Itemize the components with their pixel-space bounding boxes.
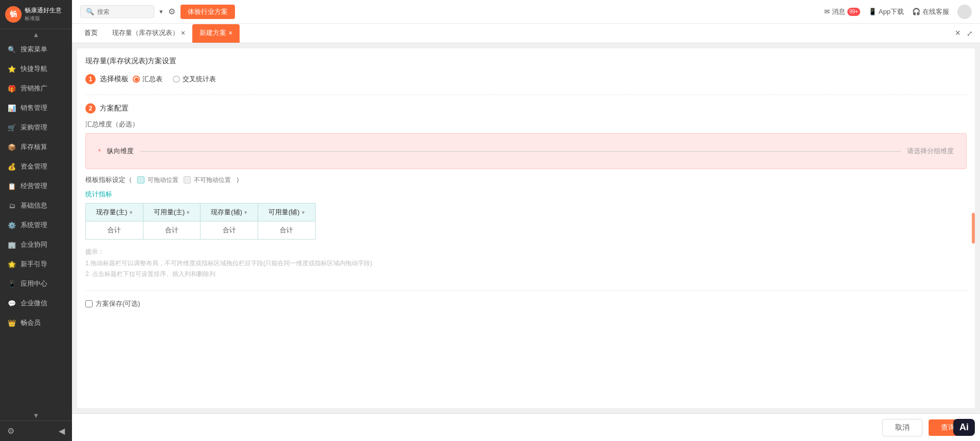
phone-icon: 📱 bbox=[868, 8, 877, 15]
step1-section: 1 选择模板 汇总表 交叉统计表 bbox=[85, 74, 967, 84]
save-label[interactable]: 方案保存(可选) bbox=[96, 299, 140, 308]
close-window-btn[interactable]: × bbox=[953, 26, 963, 41]
sidebar-item-app-center[interactable]: 📱 应用中心 bbox=[0, 274, 72, 293]
col-header[interactable]: 可用量(辅)▾ bbox=[258, 204, 316, 222]
save-checkbox[interactable] bbox=[85, 300, 93, 307]
gear-icon[interactable]: ⚙ bbox=[168, 7, 175, 16]
dimension-area[interactable]: * 纵向维度 请选择分组维度 bbox=[85, 133, 967, 169]
required-mark: * bbox=[98, 148, 101, 155]
save-row: 方案保存(可选) bbox=[85, 299, 967, 308]
inventory-icon: 📦 bbox=[7, 142, 16, 152]
content-area: 现存量(库存状况表)方案设置 1 选择模板 汇总表 交叉统计表 bbox=[72, 43, 980, 413]
sidebar-item-marketing[interactable]: 🎁 营销推广 bbox=[0, 79, 72, 98]
sidebar-item-sales[interactable]: 📊 销售管理 bbox=[0, 98, 72, 118]
online-service-btn[interactable]: 🎧 在线客服 bbox=[912, 7, 949, 16]
draggable-legend: 可拖动位置 bbox=[137, 176, 178, 185]
sidebar-bottom: ⚙ ◀ bbox=[0, 420, 72, 441]
sidebar-item-quick-nav[interactable]: ⭐ 快捷导航 bbox=[0, 59, 72, 79]
avatar[interactable] bbox=[957, 5, 972, 19]
new-guide-icon: 🌟 bbox=[7, 260, 16, 269]
radio-cross[interactable]: 交叉统计表 bbox=[173, 75, 216, 84]
sidebar-item-membership[interactable]: 👑 畅会员 bbox=[0, 313, 72, 333]
ai-badge: Ai bbox=[953, 419, 975, 436]
sidebar-item-basic-info[interactable]: 🗂 基础信息 bbox=[0, 196, 72, 215]
expand-window-btn[interactable]: ⤢ bbox=[965, 27, 975, 40]
search-box[interactable]: 🔍 bbox=[80, 5, 154, 18]
col-chevron-icon: ▾ bbox=[130, 209, 133, 215]
app-tag: 标准版 bbox=[25, 15, 62, 22]
indicator-label: 模板指标设定（ 可拖动位置 不可拖动位置 ） bbox=[85, 175, 967, 185]
search-menu-icon: 🔍 bbox=[7, 45, 16, 54]
main-area: 🔍 ▾ ⚙ 体验行业方案 ✉ 消息 99+ 📱 App下载 🎧 在线客服 bbox=[72, 0, 980, 441]
search-input[interactable] bbox=[97, 8, 149, 15]
headset-icon: 🎧 bbox=[912, 8, 920, 15]
search-icon: 🔍 bbox=[86, 8, 94, 15]
app-download-label: App下载 bbox=[879, 7, 904, 16]
app-name: 畅康通好生意 bbox=[25, 7, 62, 15]
sidebar-item-enterprise[interactable]: 🏢 企业协同 bbox=[0, 235, 72, 254]
step2-num: 2 bbox=[85, 103, 96, 114]
app-center-icon: 📱 bbox=[7, 279, 16, 288]
quick-nav-icon: ⭐ bbox=[7, 64, 16, 74]
new-guide-label: 新手引导 bbox=[21, 260, 47, 269]
search-menu-label: 搜索菜单 bbox=[21, 45, 47, 54]
operations-label: 经营管理 bbox=[21, 181, 47, 191]
col-header[interactable]: 现存量(主)▾ bbox=[86, 204, 143, 222]
marketing-label: 营销推广 bbox=[21, 84, 47, 93]
col-header[interactable]: 可用量(主)▾ bbox=[143, 204, 201, 222]
messages-btn[interactable]: ✉ 消息 99+ bbox=[824, 7, 860, 16]
tips-item2: 2. 点击标题栏下拉可设置排序、插入列和删除列 bbox=[85, 270, 215, 278]
cancel-button[interactable]: 取消 bbox=[882, 419, 922, 436]
settings-panel: 现存量(库存状况表)方案设置 1 选择模板 汇总表 交叉统计表 bbox=[77, 48, 975, 408]
draggable-legend-text: 可拖动位置 bbox=[148, 176, 178, 185]
sidebar-item-wechat[interactable]: 💬 企业微信 bbox=[0, 293, 72, 313]
sidebar-item-search-menu[interactable]: 🔍 搜索菜单 bbox=[0, 40, 72, 59]
trial-btn[interactable]: 体验行业方案 bbox=[180, 5, 235, 19]
sidebar-item-system[interactable]: ⚙️ 系统管理 bbox=[0, 215, 72, 235]
enterprise-icon: 🏢 bbox=[7, 240, 16, 249]
sidebar-item-new-guide[interactable]: 🌟 新手引导 bbox=[0, 254, 72, 274]
tab-home[interactable]: 首页 bbox=[77, 24, 105, 43]
sidebar-logo: 畅 畅康通好生意 标准版 bbox=[0, 0, 72, 29]
col-summary: 合计 bbox=[201, 222, 258, 240]
col-summary: 合计 bbox=[258, 222, 316, 240]
radio-summary[interactable]: 汇总表 bbox=[133, 75, 162, 84]
audio-icon[interactable]: ◀ bbox=[59, 426, 65, 436]
dropdown-trigger[interactable]: ▾ bbox=[159, 8, 163, 15]
basic-info-icon: 🗂 bbox=[7, 201, 16, 210]
col-chevron-icon: ▾ bbox=[187, 209, 190, 215]
sidebar-item-finance[interactable]: 💰 资金管理 bbox=[0, 157, 72, 176]
app-logo-icon: 畅 bbox=[5, 6, 22, 23]
chevron-down-icon: ▾ bbox=[159, 8, 163, 15]
sidebar-item-operations[interactable]: 📋 经营管理 bbox=[0, 176, 72, 196]
sidebar-item-purchase[interactable]: 🛒 采购管理 bbox=[0, 118, 72, 137]
sidebar: 畅 畅康通好生意 标准版 ▲ 🔍 搜索菜单 ⭐ 快捷导航 🎁 营销推广 📊 销售… bbox=[0, 0, 72, 441]
finance-icon: 💰 bbox=[7, 162, 16, 171]
system-icon: ⚙️ bbox=[7, 220, 16, 230]
tabbar: 首页 现存量（库存状况表） × 新建方案 × × ⤢ bbox=[72, 24, 980, 43]
topbar-left: 🔍 ▾ ⚙ 体验行业方案 bbox=[80, 5, 235, 19]
table-header-row: 现存量(主)▾可用量(主)▾现存量(辅)▾可用量(辅)▾ bbox=[86, 204, 316, 222]
tab-new-plan-close[interactable]: × bbox=[228, 29, 232, 37]
tab-new-plan[interactable]: 新建方案 × bbox=[192, 24, 240, 43]
side-scrollbar[interactable] bbox=[972, 213, 975, 244]
topbar: 🔍 ▾ ⚙ 体验行业方案 ✉ 消息 99+ 📱 App下载 🎧 在线客服 bbox=[72, 0, 980, 24]
settings-icon[interactable]: ⚙ bbox=[7, 426, 14, 436]
tab-home-label: 首页 bbox=[84, 28, 98, 38]
sidebar-scroll-up[interactable]: ▲ bbox=[0, 29, 72, 40]
tab-inventory-label: 现存量（库存状况表） bbox=[112, 28, 179, 38]
app-download-btn[interactable]: 📱 App下载 bbox=[868, 7, 904, 16]
step1-num: 1 bbox=[85, 74, 96, 84]
step1-label: 选择模板 bbox=[100, 75, 129, 84]
sidebar-scroll-down[interactable]: ▼ bbox=[0, 410, 72, 420]
sidebar-nav: 🔍 搜索菜单 ⭐ 快捷导航 🎁 营销推广 📊 销售管理 🛒 采购管理 📦 库存核… bbox=[0, 40, 72, 410]
system-label: 系统管理 bbox=[21, 220, 47, 230]
dim-separator-line bbox=[140, 151, 901, 152]
purchase-icon: 🛒 bbox=[7, 123, 16, 132]
tab-inventory-close[interactable]: × bbox=[181, 29, 185, 37]
col-header[interactable]: 现存量(辅)▾ bbox=[201, 204, 258, 222]
tab-inventory-status[interactable]: 现存量（库存状况表） × bbox=[105, 24, 192, 43]
membership-icon: 👑 bbox=[7, 318, 16, 327]
sidebar-item-inventory[interactable]: 📦 库存核算 bbox=[0, 137, 72, 157]
indicator-label-text: 模板指标设定（ bbox=[85, 175, 132, 185]
